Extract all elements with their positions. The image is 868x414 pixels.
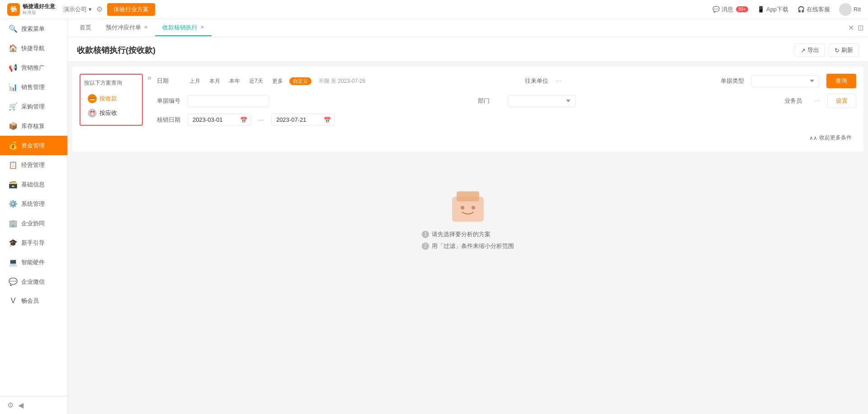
page-header: 收款核销执行(按收款) ↗ 导出 ↻ 刷新 xyxy=(68,37,868,62)
filter-area: 按以下方案查询 💳 按收款 ⏰ 按应收 » xyxy=(72,67,863,152)
logo-sub-text: 标准版 xyxy=(23,10,55,15)
sidebar-item-enterprise[interactable]: 🏢 企业协同 xyxy=(0,214,67,233)
tab-bar-actions: ✕ ⊡ xyxy=(848,24,863,32)
collapse-more-btn[interactable]: ∧∧ 收起更多条件 xyxy=(157,131,856,144)
chevron-down-icon: ▾ xyxy=(89,6,92,13)
sidebar-item-guide[interactable]: 🎓 新手引导 xyxy=(0,233,67,252)
sidebar-item-system[interactable]: ⚙️ 系统管理 xyxy=(0,194,67,214)
logo: 畅 畅捷通好生意 标准版 xyxy=(7,3,55,16)
filter-row-3: 核销日期 📅 — 📅 xyxy=(157,114,856,126)
date-custom-tag: 自定义 xyxy=(289,77,311,85)
tab-collect-close[interactable]: ✕ xyxy=(200,24,204,30)
page-header-actions: ↗ 导出 ↻ 刷新 xyxy=(795,43,859,57)
doc-type-select[interactable] xyxy=(751,75,819,87)
refresh-btn[interactable]: ↻ 刷新 xyxy=(829,43,859,57)
main-layout: 🔍 搜索菜单 🏠 快捷导航 📢 营销推广 📊 销售管理 🛒 采购管理 📦 库存核… xyxy=(0,19,868,414)
empty-hint-1: 1 请先选择要分析的方案 xyxy=(422,228,514,240)
tab-prepay-close[interactable]: ✕ xyxy=(144,24,148,30)
message-btn[interactable]: 💬 消息 99+ xyxy=(712,5,748,14)
doc-no-label: 单据编号 xyxy=(157,97,180,105)
industry-btn[interactable]: 体验行业方案 xyxy=(107,3,155,16)
home-icon: 🏠 xyxy=(9,44,18,52)
online-service-btn[interactable]: 🎧 在线客服 xyxy=(797,5,830,14)
receivable-icon: ⏰ xyxy=(88,109,97,118)
filter-option-receivable-label: 按应收 xyxy=(99,109,117,117)
headset-icon: 🎧 xyxy=(797,6,805,13)
tab-collect-label: 收款核销执行 xyxy=(162,24,198,32)
chat-icon: 💬 xyxy=(9,277,18,286)
sidebar-item-hardware[interactable]: 💻 智能硬件 xyxy=(0,252,67,272)
date-btn-this-year[interactable]: 本年 xyxy=(226,76,243,86)
refresh-icon: ↻ xyxy=(835,47,840,54)
filter-row-2: 单据编号 部门 业务员 ··· 设置 xyxy=(157,94,856,108)
user-info[interactable]: Rit xyxy=(839,3,861,16)
app-download-btn[interactable]: 📱 App下载 xyxy=(757,5,788,14)
date-btn-last-month[interactable]: 上月 xyxy=(187,76,203,86)
logo-main-text: 畅捷通好生意 xyxy=(23,3,55,10)
topbar: 畅 畅捷通好生意 标准版 演示公司 ▾ ⚙ 体验行业方案 💬 消息 99+ 📱 … xyxy=(0,0,868,19)
sidebar-item-label: 智能硬件 xyxy=(21,258,45,266)
sidebar-item-inventory[interactable]: 📦 库存核算 xyxy=(0,116,67,136)
empty-state: 1 请先选择要分析的方案 2 用「过滤」条件来缩小分析范围 xyxy=(68,156,868,279)
sidebar-item-wechat[interactable]: 💬 企业微信 xyxy=(0,272,67,291)
graduation-icon: 🎓 xyxy=(9,238,18,247)
filter-sidebar-collapse-btn[interactable]: » xyxy=(147,74,151,82)
building-icon: 🏢 xyxy=(9,219,18,228)
page-title: 收款核销执行(按收款) xyxy=(77,45,156,56)
chart-icon: 📊 xyxy=(9,83,18,91)
date-btn-more[interactable]: 更多 xyxy=(269,76,286,86)
gear-icon[interactable]: ⚙ xyxy=(96,5,103,14)
settings-bottom-icon[interactable]: ⚙ xyxy=(7,401,14,409)
clipboard-icon: 📋 xyxy=(9,161,18,169)
member-icon: V xyxy=(9,297,18,305)
sidebar-item-operation[interactable]: 📋 经营管理 xyxy=(0,155,67,175)
doc-no-input[interactable] xyxy=(188,95,269,107)
date-btn-this-month[interactable]: 本月 xyxy=(207,76,223,86)
sidebar-item-basic[interactable]: 🗃️ 基础信息 xyxy=(0,175,67,194)
filter-sidebar-title: 按以下方案查询 xyxy=(84,79,138,87)
query-btn[interactable]: 查询 xyxy=(826,74,856,88)
filter-option-receipt[interactable]: 💳 按收款 xyxy=(84,91,138,106)
tab-home[interactable]: 首页 xyxy=(72,20,99,36)
company-name[interactable]: 演示公司 ▾ xyxy=(63,5,92,14)
sidebar-item-label: 快捷导航 xyxy=(21,44,45,52)
date-range-display: 不限 至 2023-07-26 xyxy=(319,77,366,85)
tab-close-all-btn[interactable]: ✕ xyxy=(848,24,854,32)
write-off-from-wrapper: 📅 xyxy=(188,114,251,126)
sidebar-item-label: 基础信息 xyxy=(21,181,45,189)
date-shortcuts: 上月 本月 本年 近7天 更多 自定义 xyxy=(187,76,311,86)
sidebar-item-label: 系统管理 xyxy=(21,200,45,208)
sidebar-item-label: 经营管理 xyxy=(21,161,45,169)
collapse-sidebar-icon[interactable]: ◀ xyxy=(18,401,24,409)
sidebar-item-marketing[interactable]: 📢 营销推广 xyxy=(0,58,67,77)
svg-point-2 xyxy=(461,206,464,209)
page-content: 收款核销执行(按收款) ↗ 导出 ↻ 刷新 按以下方 xyxy=(68,37,868,414)
sidebar-item-finance[interactable]: 💰 资金管理 xyxy=(0,136,67,155)
sidebar-item-sales[interactable]: 📊 销售管理 xyxy=(0,77,67,97)
sidebar-item-label: 营销推广 xyxy=(21,64,45,72)
settings-btn[interactable]: 设置 xyxy=(827,94,856,108)
content-area: 首页 预付冲应付单 ✕ 收款核销执行 ✕ ✕ ⊡ 收款核销执行(按收款) xyxy=(68,19,868,414)
staff-more-icon[interactable]: ··· xyxy=(814,97,820,105)
dept-select[interactable] xyxy=(508,95,576,107)
topbar-right: 💬 消息 99+ 📱 App下载 🎧 在线客服 Rit xyxy=(712,3,861,16)
tab-expand-btn[interactable]: ⊡ xyxy=(858,24,863,32)
write-off-to-input[interactable] xyxy=(271,114,335,126)
sidebar-item-member[interactable]: V 畅会员 xyxy=(0,291,67,310)
sidebar-item-search[interactable]: 🔍 搜索菜单 xyxy=(0,19,67,38)
tab-collect[interactable]: 收款核销执行 ✕ xyxy=(155,20,212,36)
chevron-up-icon: ∧∧ xyxy=(809,135,817,141)
date-btn-7days[interactable]: 近7天 xyxy=(246,76,266,86)
filter-sidebar: 按以下方案查询 💳 按收款 ⏰ 按应收 xyxy=(80,74,143,126)
sidebar-item-label: 企业协同 xyxy=(21,219,45,228)
hardware-icon: 💻 xyxy=(9,258,18,266)
box-icon: 📦 xyxy=(9,122,18,130)
export-btn[interactable]: ↗ 导出 xyxy=(795,43,825,57)
filter-option-receivable[interactable]: ⏰ 按应收 xyxy=(84,106,138,120)
tab-prepay[interactable]: 预付冲应付单 ✕ xyxy=(99,20,155,36)
empty-hints: 1 请先选择要分析的方案 2 用「过滤」条件来缩小分析范围 xyxy=(422,228,514,252)
sidebar-item-quicknav[interactable]: 🏠 快捷导航 xyxy=(0,38,67,58)
sidebar-item-purchase[interactable]: 🛒 采购管理 xyxy=(0,97,67,116)
write-off-from-input[interactable] xyxy=(188,114,251,126)
counterparty-more-icon[interactable]: ··· xyxy=(556,77,561,85)
